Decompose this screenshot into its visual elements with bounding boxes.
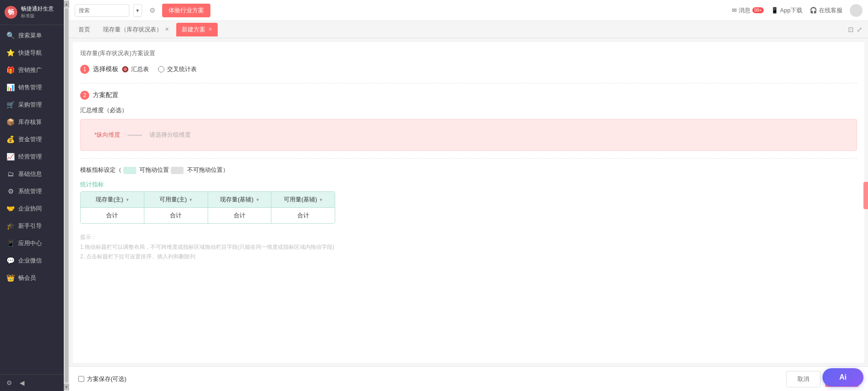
topbar-dropdown[interactable]: ▾ [133,4,142,17]
industry-btn[interactable]: 体验行业方案 [162,4,210,17]
sidebar-item-system[interactable]: ⚙ 系统管理 [0,183,64,200]
newbie-icon: 🎓 [6,222,15,230]
sidebar-item-enterprise[interactable]: 🤝 企业协同 [0,200,64,217]
sidebar-item-shortcut[interactable]: ⭐ 快捷导航 [0,44,64,62]
tabbar: 首页 现存量（库存状况表） ✕ 新建方案 ✕ ⊡ ⤢ [69,21,868,38]
bottom-bar: 方案保存(可选) 取消 查询 [69,366,868,391]
system-icon: ⚙ [6,187,15,196]
chevron-down-icon-3: ▾ [320,197,322,203]
cancel-button[interactable]: 取消 [786,371,821,387]
content-area: 现存量(库存状况表)方案设置 1 选择模板 汇总表 [69,38,868,366]
chevron-down-icon-0: ▾ [126,197,129,203]
user-avatar[interactable] [850,4,863,17]
expand-icon[interactable]: ⤢ [857,26,863,34]
stats-col-1[interactable]: 可用量(主) ▾ [144,192,208,207]
online-service-btn[interactable]: 🎧 在线客服 [810,6,842,15]
stats-label: 统计指标 [80,180,857,189]
restore-icon[interactable]: ⊡ [848,26,854,34]
sidebar-item-basic[interactable]: 🗂 基础信息 [0,165,64,183]
apps-icon: 📱 [6,239,15,247]
wechat-icon: 💬 [6,257,15,265]
enterprise-icon: 🤝 [6,205,15,213]
topbar-gear-icon[interactable]: ⚙ [146,4,158,17]
search-icon: 🔍 [6,31,15,40]
stats-header-row: 现存量(主) ▾ 可用量(主) ▾ 现存量(基辅) ▾ [81,192,335,207]
right-edge-handle[interactable] [863,182,868,209]
message-icon: ✉ [732,7,737,14]
save-option: 方案保存(可选) [78,375,127,383]
save-checkbox[interactable] [78,376,84,382]
logo-icon: 畅 [5,6,17,19]
ai-button[interactable]: Ai [822,368,863,386]
stats-col-0[interactable]: 现存量(主) ▾ [81,192,144,207]
marketing-icon: 🎁 [6,66,15,74]
stats-col-2[interactable]: 现存量(基辅) ▾ [208,192,272,207]
sidebar-item-sales[interactable]: 📊 销售管理 [0,79,64,96]
step1-header: 1 选择模板 汇总表 交叉统计表 [80,65,857,74]
scroll-thumb[interactable] [65,8,68,383]
content-inner: 现存量(库存状况表)方案设置 1 选择模板 汇总表 [73,42,864,363]
step1-section: 1 选择模板 汇总表 交叉统计表 [80,65,857,74]
sidebar-item-marketing[interactable]: 🎁 营销推广 [0,62,64,79]
stats-body-0: 合计 [81,208,144,223]
tab-inventory-close[interactable]: ✕ [165,26,169,32]
sidebar-item-operations[interactable]: 📈 经营管理 [0,148,64,165]
app-download-btn[interactable]: 📱 App下载 [771,6,802,15]
sidebar-item-apps[interactable]: 📱 应用中心 [0,235,64,252]
stats-table: 现存量(主) ▾ 可用量(主) ▾ 现存量(基辅) ▾ [80,191,335,224]
summary-radio-label[interactable]: 汇总表 [122,65,149,73]
shortcut-icon: ⭐ [6,49,15,57]
step1-badge: 1 [80,65,89,74]
collapse-icon[interactable]: ◀ [20,379,25,386]
tab-inventory[interactable]: 现存量（库存状况表） ✕ [97,23,174,36]
finance-icon: 💰 [6,135,15,144]
tab-new-plan[interactable]: 新建方案 ✕ [176,23,218,36]
scroll-up-btn[interactable]: ▲ [64,1,69,7]
summary-radio[interactable] [122,66,128,72]
sidebar-item-purchase[interactable]: 🛒 采购管理 [0,96,64,113]
step2-badge: 2 [80,91,89,100]
chevron-down-icon-2: ▾ [256,197,259,203]
inventory-icon: 📦 [6,118,15,126]
page-title: 现存量(库存状况表)方案设置 [80,49,857,57]
headset-icon: 🎧 [810,7,817,14]
tab-expand-controls: ⊡ ⤢ [848,26,863,34]
step2-title: 方案配置 [93,91,118,99]
topbar-search-input[interactable] [75,4,129,17]
dimension-label: 汇总维度（必选） [80,106,857,114]
sidebar-logo: 畅 畅捷通好生意 标准版 [0,0,64,25]
stats-body-1: 合计 [144,208,208,223]
topbar: ▾ ⚙ 体验行业方案 ✉ 消息 99+ 📱 App下载 🎧 在线客服 [69,0,868,21]
stats-body-3: 合计 [271,208,335,223]
sidebar-item-newbie[interactable]: 🎓 新手引导 [0,217,64,235]
cross-radio-label[interactable]: 交叉统计表 [158,65,197,73]
divider1 [80,83,857,83]
membership-icon: 👑 [6,274,15,282]
main-area: ▾ ⚙ 体验行业方案 ✉ 消息 99+ 📱 App下载 🎧 在线客服 [69,0,868,391]
download-icon: 📱 [771,7,778,14]
cross-radio[interactable] [158,66,164,72]
topbar-right: ✉ 消息 99+ 📱 App下载 🎧 在线客服 [732,4,863,17]
scroll-down-btn[interactable]: ▼ [64,384,69,390]
purchase-icon: 🛒 [6,101,15,109]
stats-col-3[interactable]: 可用量(基辅) ▾ [271,192,335,207]
dimension-area[interactable]: *纵向维度 —— 请选择分组维度 [80,119,857,151]
sidebar-footer: ⚙ ◀ [0,374,64,391]
logo-text: 畅捷通好生意 标准版 [21,5,54,19]
sidebar-item-finance[interactable]: 💰 资金管理 [0,131,64,148]
basic-icon: 🗂 [6,170,15,178]
draggable-badge [123,167,136,174]
tab-home[interactable]: 首页 [73,23,96,36]
message-btn[interactable]: ✉ 消息 99+ [732,6,764,15]
sales-icon: 📊 [6,83,15,92]
template-radio-group: 汇总表 交叉统计表 [122,65,197,73]
sidebar-item-wechat[interactable]: 💬 企业微信 [0,252,64,269]
sidebar-item-membership[interactable]: 👑 畅会员 [0,269,64,287]
settings-icon[interactable]: ⚙ [6,379,12,386]
chevron-down-icon-1: ▾ [189,197,192,203]
divider2 [80,158,857,159]
tab-new-plan-close[interactable]: ✕ [208,26,212,32]
sidebar-item-inventory[interactable]: 📦 库存核算 [0,113,64,131]
stats-body-row: 合计 合计 合计 合计 [81,207,335,223]
sidebar-item-search[interactable]: 🔍 搜索菜单 [0,27,64,44]
